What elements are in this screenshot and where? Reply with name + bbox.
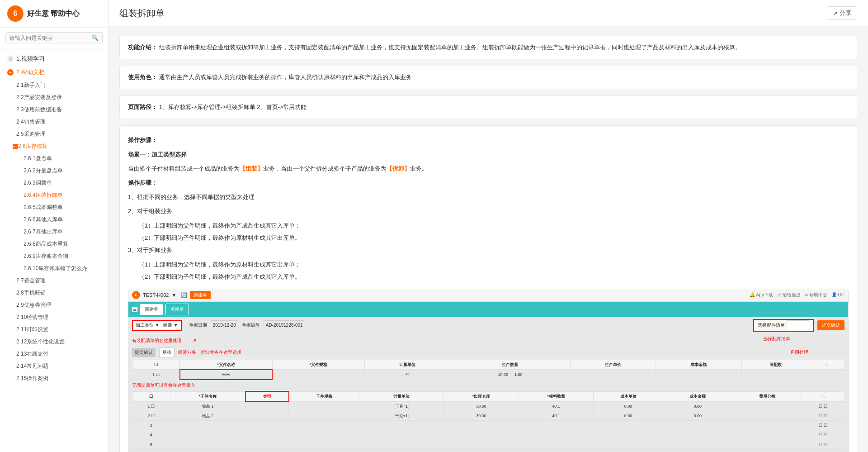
sidebar-item-2-13[interactable]: 2.13在线支付 [0,348,108,360]
table-row: 4 ☐ ☐ [132,430,844,440]
sidebar-item-2-8[interactable]: 2.8手机旺铺 [0,287,108,299]
screenshot-datelabel: 单据日期 [189,321,207,329]
bcol-check: ☐ [132,391,170,401]
col-parent-spec: *父件规格 [272,360,364,370]
share-button[interactable]: ↗ 分享 [827,6,857,20]
screenshot-container: 6 TEST-H002 ▼ 🔄 新建单 🔔 App下载 ☆ 给给提提 ⊙ 帮助中… [128,289,849,452]
function-intro-label: 功能介绍： [128,44,157,51]
screenshot-top-table-head: ☐ *父件名称 *父件规格 计量单位 生产数量 生产单价 成本金额 可配数 ↑↓ [132,360,844,370]
sidebar-item-video[interactable]: + 1.视频学习 [0,52,108,66]
sidebar-item-2-2[interactable]: 2.2产品安装及登录 [0,91,108,104]
path-text: 1、库存核算->库存管理->组装拆卸单 2、首页->常用功能 [159,104,307,110]
bcol-unitcost: 成本单价 [594,391,663,401]
screenshot-bom-label: 选择配件清单 [758,321,785,329]
sidebar-item-2-6-4[interactable]: 2.6.4组装拆卸单 [24,189,108,201]
col-check: ☐ [132,360,180,370]
bcell-op4: ☐ ☐ [802,430,844,440]
content-area: 功能介绍： 组装拆卸单用来处理企业组装或拆卸等加工业务，支持有固定装配清单的产品… [108,27,868,452]
screenshot-confirm-btn[interactable]: 提交确认 [817,320,844,330]
step2: 2、对于组装业务 [128,206,849,216]
sidebar-item-2-6-8[interactable]: 2.6.8商品成本重算 [24,238,108,250]
step3: 3、对于拆卸业务 [128,245,849,255]
screenshot-newbtn[interactable]: 新建单 [190,291,211,299]
bcell-name2: 物品 2 [170,411,245,421]
sidebar-item-2-5[interactable]: 2.5采购管理 [0,128,108,140]
role-text: 通常由生产人员或库管人员完成拆装业务的操作，库管人员确认原材料的出库和产成品的入… [159,74,412,81]
screenshot-bom-select[interactable]: 选择配件清单 [753,319,814,332]
sidebar-item-2-6-3[interactable]: 2.6.3调拨单 [24,177,108,189]
bcell-unit1: （千克÷1） [359,401,444,411]
sidebar-item-2-1[interactable]: 2.1新手入门 [0,79,108,91]
bcol-child-name: *子件名称 [170,391,245,401]
function-intro-text: 组装拆卸单用来处理企业组装或拆卸等加工业务，支持有固定装配清单的产品加工业务，也… [159,44,741,51]
sidebar-item-2-6-2[interactable]: 2.6.2分量盘点单 [24,165,108,177]
screenshot-tab-active[interactable]: 关闭单 [165,304,189,315]
sidebar-item-2-10[interactable]: 2.10经营管理 [0,311,108,324]
scene1-desc: 当由多个子件材料组装成一个成品的业务为【组装】业务，当由一个父件拆分成多个子产品… [128,163,849,174]
role-box: 使用角色： 通常由生产人员或库管人员完成拆装业务的操作，库管人员确认原材料的出库… [119,66,857,89]
screenshot-draft-tab: 草稿 [159,347,175,357]
bcell-wh1: 30.00 [444,401,519,411]
bcell-num2: 2 ☐ [132,411,170,421]
screenshot-appbar: 6 TEST-H002 ▼ 🔄 新建单 🔔 App下载 ☆ 给给提提 ⊙ 帮助中… [128,289,848,302]
bcell-num1: 1 ☐ [132,401,170,411]
collapse-icon-2-6: − [13,144,18,149]
cell-parent-spec [272,370,364,380]
sidebar-item-2-15[interactable]: 2.15操作案例 [0,372,108,385]
subitems-2-6: 2.6.1盘点单 2.6.2分量盘点单 2.6.3调拨单 2.6.4组装拆卸单 … [0,152,108,275]
steps-title2: 操作步骤： [128,177,849,188]
logo-bar: 6 好生意 帮助中心 [0,0,108,28]
col-price: 生产单价 [570,360,656,370]
nav-section-video: + 1.视频学习 [0,52,108,66]
bcell-op5: ☐ ☐ [802,440,844,449]
sidebar-item-2-14[interactable]: 2.14常见问题 [0,360,108,372]
annotation-enable: 启用处理 [790,348,808,357]
bcell-empty3 [170,421,802,430]
search-input[interactable] [9,35,91,41]
col-unit: 计量单位 [364,360,450,370]
sidebar-item-2-6-6[interactable]: 2.6.6其他入库单 [24,214,108,226]
col-ops: ↑↓ [810,360,844,370]
sidebar-item-2-11[interactable]: 2.11打印设置 [0,324,108,336]
sidebar-item-docs[interactable]: − 2.帮助文档 [0,66,108,79]
search-bar: 🔍 [0,28,108,48]
table-row: 5 ☐ ☐ [132,440,844,449]
screenshot-tab-new[interactable]: 新建单 [140,304,163,315]
sidebar-item-2-6-10[interactable]: 2.6.10库存账本错了怎么办 [24,262,108,275]
screenshot-formrow: 加工类型 ▼ 组装 ▼ 单据日期 2019-12-20 单据编号 AD-2019… [128,317,848,334]
cell-parent-name[interactable]: 米米 [180,370,272,380]
page-title: 组装拆卸单 [119,7,165,19]
sidebar-item-2-6-5[interactable]: 2.6.5成本调整单 [24,201,108,214]
sidebar-item-2-6-7[interactable]: 2.6.7其他出库单 [24,226,108,238]
sidebar-item-2-9[interactable]: 2.9优惠券管理 [0,299,108,311]
cell-ops2 [810,370,844,380]
sidebar-item-2-6-9[interactable]: 2.6.9库存账本查询 [24,250,108,262]
cell-unit: 件 [364,370,450,380]
bcell-fee2 [732,411,802,421]
bcell-cost1: 0.00 [663,401,732,411]
screenshot-codelabel: 单据编号 [242,321,260,329]
sidebar-item-2-12[interactable]: 2.12系统个性化设置 [0,336,108,348]
bcell-op1: ☐ ☐ [802,401,844,411]
sidebar-item-2-6[interactable]: − 2.6库存核算 [0,140,108,152]
screenshot-menu-icon: ☰ [132,307,137,312]
docs-subitems: 2.1新手入门 2.2产品安装及登录 2.3使用前数据准备 2.4销售管理 2.… [0,79,108,385]
screenshot-toolbar: ☰ 新建单 关闭单 [128,302,848,317]
bcell-up1: 0.00 [594,401,663,411]
sidebar-item-2-7[interactable]: 2.7资金管理 [0,275,108,287]
bcell-num4: 4 [132,430,170,440]
table-row: 6 ☐ ☐ [132,449,844,452]
path-box: 页面路径： 1、库存核算->库存管理->组装拆卸单 2、首页->常用功能 [119,95,857,119]
screenshot-annotations-row: 有装配清单的在这里处理 → ↗ 选择配件清单 [128,334,848,346]
screenshot-ver: ▼ [171,291,176,300]
sidebar-item-2-4[interactable]: 2.4销售管理 [0,116,108,128]
screenshot-type-select[interactable]: 加工类型 ▼ 组装 ▼ [132,320,182,331]
sidebar-item-2-6-1[interactable]: 2.6.1盘点单 [24,152,108,165]
function-intro-box: 功能介绍： 组装拆卸单用来处理企业组装或拆卸等加工业务，支持有固定装配清单的产品… [119,36,857,59]
screenshot-submit-tab: 提交确认 [132,348,156,357]
search-icon[interactable]: 🔍 [91,34,99,41]
sidebar-label-video: 1.视频学习 [16,55,45,63]
sidebar-item-2-3[interactable]: 2.3使用前数据准备 [0,104,108,116]
screenshot-bom-input[interactable] [787,320,809,330]
screenshot-bottom-table-head: ☐ *子件名称 类型 子件规格 计量单位 *出库仓库 *领料数量 成本单价 成本… [132,391,844,401]
